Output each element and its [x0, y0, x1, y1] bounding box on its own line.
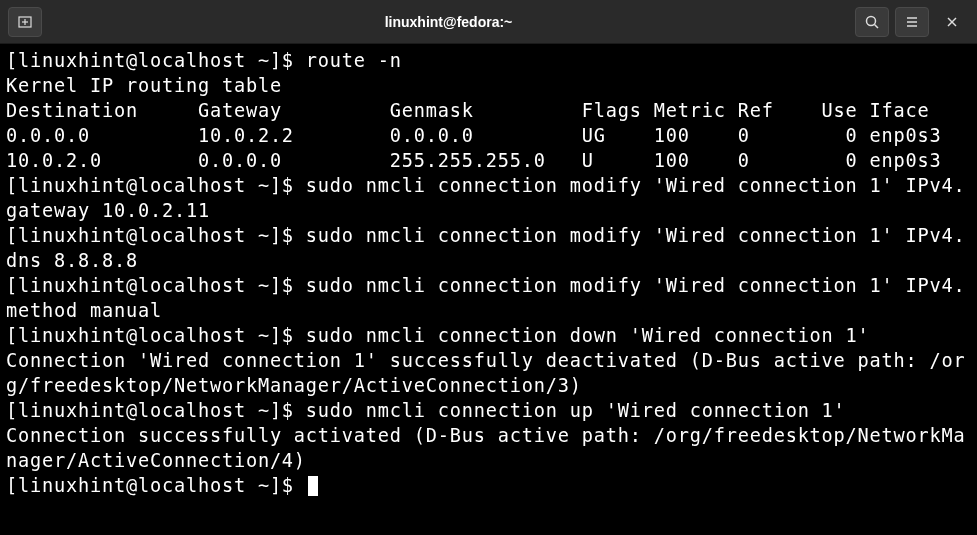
svg-line-4	[875, 24, 879, 28]
terminal-line: [linuxhint@localhost ~]$ route -n	[6, 50, 402, 71]
new-tab-button[interactable]	[8, 7, 42, 37]
terminal-line: 10.0.2.0 0.0.0.0 255.255.255.0 U 100 0 0…	[6, 150, 942, 171]
terminal-line: 0.0.0.0 10.0.2.2 0.0.0.0 UG 100 0 0 enp0…	[6, 125, 942, 146]
new-tab-icon	[17, 14, 33, 30]
terminal-line: method manual	[6, 300, 162, 321]
terminal-line: [linuxhint@localhost ~]$ sudo nmcli conn…	[6, 175, 966, 196]
terminal-cursor	[308, 476, 318, 496]
terminal-line: g/freedesktop/NetworkManager/ActiveConne…	[6, 375, 582, 396]
window-title: linuxhint@fedora:~	[42, 14, 855, 30]
terminal-line: Destination Gateway Genmask Flags Metric…	[6, 100, 930, 121]
search-button[interactable]	[855, 7, 889, 37]
terminal-prompt: [linuxhint@localhost ~]$	[6, 475, 306, 496]
terminal-line: Connection 'Wired connection 1' successf…	[6, 350, 966, 371]
terminal-line: dns 8.8.8.8	[6, 250, 138, 271]
menu-button[interactable]	[895, 7, 929, 37]
terminal-line: [linuxhint@localhost ~]$ sudo nmcli conn…	[6, 225, 966, 246]
terminal-line: Connection successfully activated (D-Bus…	[6, 425, 966, 446]
terminal-line: [linuxhint@localhost ~]$ sudo nmcli conn…	[6, 400, 846, 421]
hamburger-icon	[904, 14, 920, 30]
terminal-line: gateway 10.0.2.11	[6, 200, 210, 221]
svg-point-3	[867, 16, 876, 25]
close-button[interactable]	[935, 7, 969, 37]
terminal-line: [linuxhint@localhost ~]$ sudo nmcli conn…	[6, 275, 966, 296]
terminal-line: Kernel IP routing table	[6, 75, 282, 96]
terminal-output[interactable]: [linuxhint@localhost ~]$ route -n Kernel…	[0, 44, 977, 502]
terminal-line: [linuxhint@localhost ~]$ sudo nmcli conn…	[6, 325, 870, 346]
search-icon	[864, 14, 880, 30]
terminal-line: nager/ActiveConnection/4)	[6, 450, 306, 471]
close-icon	[946, 16, 958, 28]
window-titlebar: linuxhint@fedora:~	[0, 0, 977, 44]
